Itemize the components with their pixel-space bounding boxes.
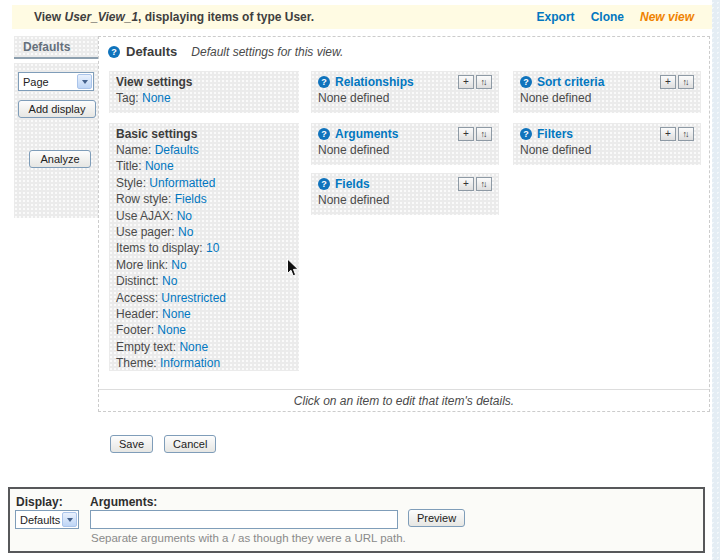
add-icon[interactable]: +: [458, 127, 474, 141]
setting-row-access: Access: Unrestricted: [116, 290, 292, 306]
setting-row-theme: Theme: Information: [116, 355, 292, 371]
setting-value-link[interactable]: 10: [206, 241, 219, 255]
export-link[interactable]: Export: [537, 10, 575, 24]
setting-value-link[interactable]: None: [142, 91, 171, 105]
chevron-down-icon: [62, 512, 77, 527]
arguments-box: ? Arguments + ↑↓ None defined: [311, 123, 499, 165]
setting-label: More link:: [116, 258, 168, 272]
arguments-hint: Separate arguments with a / as though th…: [91, 532, 406, 544]
setting-row-title: Title: None: [116, 158, 292, 174]
preview-display-select[interactable]: Defaults: [15, 510, 79, 529]
setting-value-link[interactable]: Unrestricted: [161, 291, 226, 305]
setting-label: Empty text:: [116, 340, 176, 354]
display-label: Display:: [16, 495, 63, 509]
view-settings-title: View settings: [116, 75, 292, 89]
basic-settings-title: Basic settings: [116, 127, 292, 141]
setting-value-link[interactable]: No: [171, 258, 186, 272]
arguments-input[interactable]: [90, 510, 398, 529]
empty-text: None defined: [520, 143, 694, 157]
panel-subtitle: Default settings for this view.: [191, 45, 343, 59]
relationships-box: ? Relationships + ↑↓ None defined: [311, 71, 499, 113]
save-button[interactable]: Save: [110, 435, 153, 453]
defaults-display-panel: ? Defaults Default settings for this vie…: [98, 36, 710, 412]
setting-label: Use pager:: [116, 225, 175, 239]
setting-value-link[interactable]: Fields: [175, 192, 207, 206]
setting-value-link[interactable]: No: [178, 225, 193, 239]
setting-row-items-to-display: Items to display: 10: [116, 240, 292, 256]
add-icon[interactable]: +: [458, 75, 474, 89]
add-icon[interactable]: +: [660, 75, 676, 89]
view-name: User_View_1: [64, 10, 138, 24]
form-actions: Save Cancel: [110, 435, 216, 453]
rearrange-icon[interactable]: ↑↓: [476, 127, 492, 141]
panel-header: ? Defaults Default settings for this vie…: [108, 44, 343, 59]
setting-label: Distinct:: [116, 274, 159, 288]
arguments-label: Arguments:: [90, 495, 157, 509]
empty-text: None defined: [318, 143, 492, 157]
rearrange-icon[interactable]: ↑↓: [678, 127, 694, 141]
page-canvas: View User_View_1, displaying items of ty…: [0, 0, 712, 560]
setting-value-link[interactable]: Defaults: [155, 143, 199, 157]
analyze-button[interactable]: Analyze: [29, 150, 91, 168]
display-controls: Page Add display Analyze: [14, 63, 98, 218]
view-summary-prefix: View: [34, 10, 64, 24]
setting-value-link[interactable]: None: [157, 323, 186, 337]
fields-box: ? Fields + ↑↓ None defined: [311, 173, 499, 215]
setting-value-link[interactable]: None: [179, 340, 208, 354]
help-icon[interactable]: ?: [318, 76, 330, 88]
sort-criteria-link[interactable]: Sort criteria: [537, 75, 604, 89]
relationships-link[interactable]: Relationships: [335, 75, 414, 89]
setting-value-link[interactable]: No: [177, 209, 192, 223]
filters-box: ? Filters + ↑↓ None defined: [513, 123, 701, 165]
cancel-button[interactable]: Cancel: [164, 435, 216, 453]
setting-value-link[interactable]: None: [162, 307, 191, 321]
setting-label: Access:: [116, 291, 158, 305]
setting-value-link[interactable]: No: [162, 274, 177, 288]
fields-link[interactable]: Fields: [335, 177, 370, 191]
add-display-button[interactable]: Add display: [18, 100, 96, 118]
add-icon[interactable]: +: [458, 177, 474, 191]
setting-label: Row style:: [116, 192, 171, 206]
setting-row-header: Header: None: [116, 306, 292, 322]
clone-link[interactable]: Clone: [591, 10, 624, 24]
rearrange-icon[interactable]: ↑↓: [678, 75, 694, 89]
empty-text: None defined: [318, 91, 492, 105]
rearrange-icon[interactable]: ↑↓: [476, 75, 492, 89]
setting-label: Items to display:: [116, 241, 203, 255]
display-type-select[interactable]: Page: [18, 72, 94, 91]
message-bar: View User_View_1, displaying items of ty…: [12, 5, 712, 29]
help-icon[interactable]: ?: [520, 128, 532, 140]
setting-label: Style:: [116, 176, 146, 190]
view-summary-suffix: , displaying items of type User.: [138, 10, 314, 24]
new-view-link[interactable]: New view: [640, 10, 694, 24]
arguments-link[interactable]: Arguments: [335, 127, 398, 141]
help-icon[interactable]: ?: [318, 178, 330, 190]
filters-link[interactable]: Filters: [537, 127, 573, 141]
setting-value-link[interactable]: Unformatted: [149, 176, 215, 190]
setting-value-link[interactable]: Information: [160, 356, 220, 370]
setting-row-name: Name: Defaults: [116, 142, 292, 158]
basic-settings-box: Basic settings Name: Defaults Title: Non…: [109, 123, 299, 371]
setting-value-link[interactable]: None: [145, 159, 174, 173]
preview-button[interactable]: Preview: [408, 509, 465, 527]
rearrange-icon[interactable]: ↑↓: [476, 177, 492, 191]
sort-criteria-box: ? Sort criteria + ↑↓ None defined: [513, 71, 701, 113]
panel-hint: Click on an item to edit that item's det…: [99, 389, 709, 412]
setting-row-tag: Tag: None: [116, 90, 292, 106]
setting-row-use-pager: Use pager: No: [116, 224, 292, 240]
setting-label: Title:: [116, 159, 142, 173]
setting-label: Use AJAX:: [116, 209, 173, 223]
help-icon[interactable]: ?: [318, 128, 330, 140]
setting-row-distinct: Distinct: No: [116, 273, 292, 289]
view-settings-box: View settings Tag: None: [109, 71, 299, 113]
help-icon[interactable]: ?: [520, 76, 532, 88]
add-icon[interactable]: +: [660, 127, 676, 141]
setting-row-empty-text: Empty text: None: [116, 339, 292, 355]
tab-defaults[interactable]: Defaults: [14, 36, 98, 59]
setting-label: Theme:: [116, 356, 157, 370]
setting-label: Name:: [116, 143, 151, 157]
panel-title: Defaults: [126, 44, 177, 59]
setting-label: Tag:: [116, 91, 139, 105]
preview-display-select-value: Defaults: [20, 514, 60, 526]
help-icon[interactable]: ?: [108, 46, 120, 58]
